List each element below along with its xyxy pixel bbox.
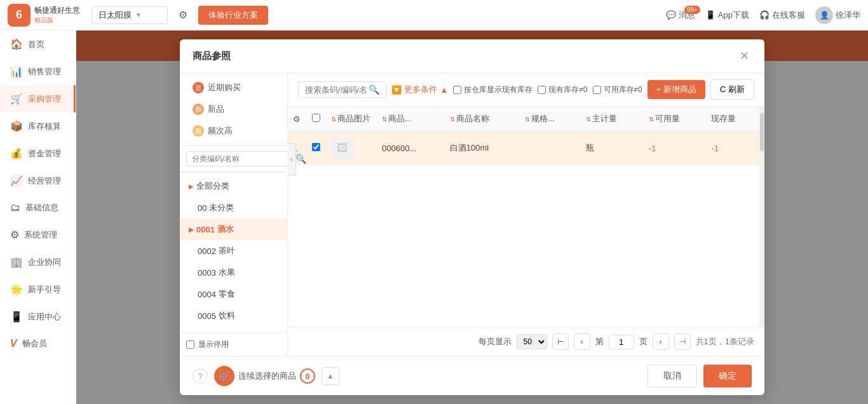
scroll-thumb[interactable] [760, 113, 764, 151]
user-profile-nav-item[interactable]: 👤 徐泽华 [815, 6, 860, 24]
sidebar-item-guide[interactable]: 🌟 新手引导 [0, 276, 76, 303]
category-item-0005[interactable]: 0005 饮料 [180, 305, 287, 327]
dropdown-arrow-icon: ▼ [135, 11, 142, 18]
top-navigation: 6 畅捷通好生意 精品版 日太阳膜 ▼ ⚙ 体验行业方案 💬 消息 99+ 📱 … [0, 0, 868, 30]
last-page-button[interactable]: ⊣ [674, 333, 691, 350]
prev-page-button[interactable]: ‹ [574, 333, 590, 350]
message-nav-item[interactable]: 💬 消息 99+ [666, 10, 695, 21]
sidebar-item-purchase[interactable]: 🛒 采购管理 [0, 85, 76, 112]
checkbox-available[interactable] [593, 86, 601, 94]
modal-body: 近 近期购买 新 新品 频 频次高 [180, 73, 764, 356]
product-search-input[interactable] [305, 85, 366, 95]
collapse-panel-button[interactable]: « [287, 144, 296, 175]
apps-icon: 📱 [10, 311, 23, 323]
cancel-button[interactable]: 取消 [648, 365, 697, 387]
sidebar-item-basic[interactable]: 🗂 基础信息 [0, 194, 76, 221]
cart-count-badge: 0 [300, 368, 315, 384]
sidebar-item-stock[interactable]: 📦 库存核算 [0, 112, 76, 140]
sidebar-item-corp[interactable]: 🏢 企业协同 [0, 248, 76, 276]
modal-title: 商品参照 [193, 50, 231, 62]
sidebar-item-member[interactable]: V 畅会员 [0, 330, 76, 357]
store-dropdown[interactable]: 日太阳膜 ▼ [92, 6, 168, 24]
modal-footer: ? 🛒 连续选择的商品 0 ▲ 取消 确定 [180, 356, 764, 395]
product-reference-modal: 商品参照 ✕ 近 近期购买 新 新品 [180, 39, 764, 395]
frequent-tab[interactable]: 频 频次高 [186, 121, 281, 140]
category-search-icon[interactable]: 🔍 [295, 154, 306, 164]
product-thumbnail: 🖼 [331, 137, 354, 159]
help-icon[interactable]: ? [193, 368, 208, 384]
basic-icon: 🗂 [10, 202, 20, 213]
category-item-00[interactable]: 00 未分类 [180, 197, 287, 219]
first-page-button[interactable]: ⊢ [552, 333, 569, 350]
category-bottom: 显示停用 [180, 332, 287, 356]
row-available: -1 [644, 131, 707, 165]
col-stock[interactable]: 现存量 [706, 107, 759, 131]
confirm-button[interactable]: 确定 [703, 365, 752, 387]
recent-icon: 近 [193, 82, 204, 93]
nav-right: 💬 消息 99+ 📱 App下载 🎧 在线客服 👤 徐泽华 [666, 6, 860, 24]
checkbox-nonzero-label[interactable]: 现有库存≠0 [538, 84, 587, 95]
page-info: 共1页，1条记录 [696, 336, 754, 347]
show-disabled-checkbox[interactable] [186, 340, 194, 349]
checkbox-available-label[interactable]: 可用库存≠0 [593, 84, 642, 95]
category-item-0002[interactable]: 0002 茶叶 [180, 240, 287, 262]
member-icon: V [10, 338, 17, 349]
col-image[interactable]: ⇅商品图片 [326, 107, 377, 131]
new-icon: 新 [193, 104, 204, 115]
app-download-nav-item[interactable]: 📱 App下载 [705, 10, 749, 21]
checkbox-warehouse[interactable] [453, 86, 461, 94]
new-tab[interactable]: 新 新品 [186, 100, 281, 119]
settings-icon[interactable]: ⚙ [173, 5, 193, 25]
home-icon: 🏠 [10, 38, 23, 50]
sidebar-item-finance[interactable]: 💰 资金管理 [0, 140, 76, 167]
col-available[interactable]: ⇅可用量 [644, 107, 707, 131]
category-item-0008[interactable]: 0008 水 [180, 327, 287, 332]
logo-area: 6 畅捷通好生意 精品版 [8, 4, 84, 27]
sidebar-item-home[interactable]: 🏠 首页 [0, 30, 76, 58]
headset-icon: 🎧 [759, 10, 770, 20]
product-panel: 🔍 🔽 更多条件 ▲ 按仓库显示现有库存 [288, 73, 764, 356]
row-image: 🖼 [326, 131, 377, 165]
sidebar-item-system[interactable]: ⚙ 系统管理 [0, 221, 76, 248]
cart-area[interactable]: 🛒 连续选择的商品 0 [214, 366, 315, 386]
refresh-button[interactable]: C 刷新 [710, 79, 754, 100]
select-all-checkbox[interactable] [312, 114, 320, 122]
category-item-0003[interactable]: 0003 水果 [180, 262, 287, 283]
next-page-button[interactable]: › [653, 333, 669, 350]
col-code[interactable]: ⇅商品... [377, 107, 445, 131]
col-settings[interactable]: ⚙ [288, 107, 307, 131]
product-search-icon[interactable]: 🔍 [369, 84, 379, 95]
product-search-wrap: 🔍 [298, 81, 386, 98]
col-spec[interactable]: ⇅规格... [520, 107, 581, 131]
filter-more-button[interactable]: 🔽 更多条件 ▲ [391, 84, 448, 95]
side-scrollbar[interactable] [759, 107, 764, 327]
active-arrow-icon: ▶ [189, 226, 194, 233]
online-service-nav-item[interactable]: 🎧 在线客服 [759, 10, 805, 21]
stock-icon: 📦 [10, 120, 23, 132]
page-size-select[interactable]: 50 [517, 334, 547, 349]
purchase-icon: 🛒 [10, 93, 23, 105]
col-unit[interactable]: ⇅主计量 [581, 107, 644, 131]
mobile-icon: 📱 [705, 10, 715, 20]
sidebar-item-sales[interactable]: 📊 销售管理 [0, 58, 76, 85]
main-layout: 🏠 首页 📊 销售管理 🛒 采购管理 📦 库存核算 💰 资金管理 📈 经营管理 … [0, 30, 868, 404]
page-number-input[interactable] [609, 335, 634, 349]
col-name[interactable]: ⇅商品名称 [445, 107, 520, 131]
checkbox-nonzero[interactable] [538, 86, 546, 94]
table-row[interactable]: 1 🖼 000600... 白酒100ml [288, 131, 759, 165]
modal-close-button[interactable]: ✕ [736, 48, 752, 64]
collapse-footer-button[interactable]: ▲ [322, 367, 339, 385]
category-item-0001[interactable]: ▶ 0001 酒水 [180, 219, 287, 240]
footer-right: 取消 确定 [648, 365, 752, 387]
trial-button[interactable]: 体验行业方案 [198, 6, 268, 25]
category-item-0004[interactable]: 0004 零食 [180, 283, 287, 305]
checkbox-warehouse-label[interactable]: 按仓库显示现有库存 [453, 84, 532, 95]
category-search-input[interactable] [186, 151, 293, 166]
sidebar-item-apps[interactable]: 📱 应用中心 [0, 303, 76, 330]
show-disabled-label[interactable]: 显示停用 [186, 339, 281, 350]
sidebar-item-ops[interactable]: 📈 经营管理 [0, 167, 76, 194]
recent-tab[interactable]: 近 近期购买 [186, 78, 281, 97]
row-checkbox[interactable] [307, 131, 326, 165]
add-product-button[interactable]: + 新增商品 [648, 80, 705, 99]
category-item-all[interactable]: ▶ 全部分类 [180, 175, 287, 197]
